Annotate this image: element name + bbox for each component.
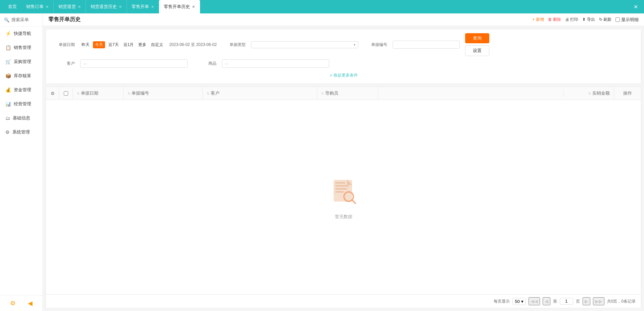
date-option-yesterday[interactable]: 昨天 [80, 41, 91, 48]
date-option-7days[interactable]: 近7天 [107, 41, 120, 48]
date-option-more[interactable]: 更多 [137, 41, 148, 48]
system-icon: ⚙ [5, 129, 10, 135]
sort-icon: ⇅ [207, 92, 209, 95]
base-info-icon: 🗂 [5, 115, 10, 121]
th-checkbox[interactable] [59, 88, 73, 99]
tab-close-icon[interactable]: ✕ [119, 5, 122, 9]
refresh-button[interactable]: ↻ 刷新 [599, 17, 611, 22]
tab-sales-return-history[interactable]: 销货退货历史 ✕ [86, 0, 127, 13]
table-area: ⚙ ⇅ 单据日期 ⇅ 单据编号 ⇅ 客户 ⇅ [46, 87, 641, 308]
customer-input[interactable]: ··· [80, 59, 188, 68]
tab-retail-open[interactable]: 零售开单 ✕ [127, 0, 159, 13]
svg-rect-3 [335, 188, 347, 190]
th-settings[interactable]: ⚙ [46, 88, 59, 99]
first-page-button[interactable]: ◀◀ [529, 297, 540, 305]
purchase-mgmt-icon: 🛒 [5, 59, 11, 64]
query-button[interactable]: 查询 [465, 33, 489, 43]
tab-sales-order[interactable]: 销售订单 ✕ [21, 0, 54, 13]
add-button[interactable]: + 新增 [532, 17, 544, 22]
delete-button[interactable]: 🗑 删除 [548, 17, 561, 22]
date-option-today[interactable]: 今天 [93, 41, 105, 48]
tab-close-icon[interactable]: ✕ [151, 5, 154, 9]
tab-close-icon[interactable]: ✕ [192, 5, 195, 9]
settings-bottom-icon[interactable]: ⚙ [10, 300, 15, 307]
goods-placeholder: ··· [225, 61, 229, 66]
tab-close-icon[interactable]: ✕ [78, 5, 81, 9]
export-button[interactable]: ⬆ 导出 [582, 17, 595, 22]
last-page-button[interactable]: ▶▶ [593, 297, 604, 305]
total-info: 共0页，0条记录 [607, 299, 636, 304]
tab-bar: 首页 销售订单 ✕ 销货退货 ✕ 销货退货历史 ✕ 零售开单 ✕ 零售开单历史 … [0, 0, 644, 13]
svg-rect-4 [335, 191, 344, 193]
bill-type-arrow-icon: ▾ [354, 43, 355, 47]
sidebar-search[interactable]: 🔍 搜索采单 [0, 13, 43, 27]
filter-area: 单据日期 昨天 今天 近7天 近1月 更多 自定义 2023-06-02 至 2… [46, 29, 641, 84]
show-detail-checkbox-label[interactable]: 显示明细 [615, 17, 639, 23]
sort-icon: ⇅ [588, 92, 591, 95]
th-middle [378, 90, 563, 97]
sidebar-item-base-info[interactable]: 🗂 基础信息 [0, 111, 43, 125]
svg-line-7 [352, 200, 355, 203]
inventory-icon: 📦 [5, 73, 11, 79]
print-button[interactable]: 🖨 打印 [565, 17, 578, 22]
tab-sales-return[interactable]: 销货退货 ✕ [54, 0, 86, 13]
content-area: 零售开单历史 + 新增 🗑 删除 🖨 打印 ⬆ 导出 ↻ 刷新 显示明细 单据日… [43, 13, 644, 311]
bill-type-label: 单据类型 [222, 42, 246, 48]
empty-state: 暂无数据 [46, 100, 641, 294]
customer-filter-label: 客户 [51, 61, 75, 66]
page-number-input[interactable] [560, 298, 573, 305]
pagination: 每页显示 50 ▾ ◀◀ ◀ 第 页 ▶ ▶▶ 共0页，0条记录 [46, 294, 641, 308]
page-suffix-label: 页 [576, 299, 580, 304]
per-page-label: 每页显示 [494, 299, 510, 304]
th-guide[interactable]: ⇅ 导购员 [317, 87, 379, 100]
bill-type-select[interactable]: ▾ [251, 41, 358, 48]
tab-home[interactable]: 首页 [3, 0, 21, 13]
show-detail-checkbox[interactable] [615, 17, 620, 22]
th-amount[interactable]: ⇅ 实销金额 [563, 87, 614, 100]
quick-nav-icon: ⚡ [5, 31, 11, 36]
th-ops: 操作 [614, 87, 641, 100]
th-date[interactable]: ⇅ 单据日期 [73, 87, 123, 100]
empty-text: 暂无数据 [335, 214, 352, 220]
sort-icon: ⇅ [77, 92, 80, 95]
th-customer[interactable]: ⇅ 客户 [203, 87, 317, 100]
th-bill-num[interactable]: ⇅ 单据编号 [123, 87, 203, 100]
date-option-custom[interactable]: 自定义 [150, 41, 164, 48]
tab-close-icon[interactable]: ✕ [46, 5, 49, 9]
bill-num-input[interactable] [393, 41, 460, 49]
page-title: 零售开单历史 [48, 16, 81, 23]
goods-input[interactable]: ··· [222, 59, 329, 68]
finance-icon: 💰 [5, 87, 11, 93]
select-all-checkbox[interactable] [64, 91, 68, 96]
date-options: 昨天 今天 近7天 近1月 更多 自定义 2023-06-02 至 2023-0… [80, 41, 217, 48]
sidebar-item-purchase-mgmt[interactable]: 🛒 采购管理 [0, 55, 43, 69]
window-close-button[interactable]: ✕ [631, 4, 641, 10]
bill-num-label: 单据编号 [364, 42, 387, 48]
filter-settings-button[interactable]: 设置 [465, 45, 489, 56]
date-range-display: 2023-06-02 至 2023-06-02 [169, 42, 216, 48]
next-page-button[interactable]: ▶ [583, 297, 590, 305]
customer-placeholder: ··· [83, 61, 87, 66]
table-header: ⚙ ⇅ 单据日期 ⇅ 单据编号 ⇅ 客户 ⇅ [46, 87, 641, 100]
goods-filter-label: 商品 [193, 61, 216, 66]
page-prefix-label: 第 [553, 299, 557, 304]
per-page-select[interactable]: 50 ▾ [512, 298, 526, 305]
svg-rect-1 [335, 182, 345, 184]
query-btn-group: 查询 设置 [465, 33, 489, 56]
sales-mgmt-icon: 📋 [5, 45, 11, 50]
sidebar-item-quick-nav[interactable]: ⚡ 快捷导航 [0, 27, 43, 41]
tab-retail-history[interactable]: 零售开单历史 ✕ [159, 0, 200, 13]
svg-rect-2 [335, 185, 349, 187]
filter-row-2: 客户 ··· 商品 ··· [51, 59, 636, 68]
sidebar-item-operations[interactable]: 📊 经营管理 [0, 97, 43, 111]
sidebar-item-system[interactable]: ⚙ 系统管理 [0, 125, 43, 139]
sidebar-item-finance[interactable]: 💰 资金管理 [0, 83, 43, 97]
sidebar-item-inventory[interactable]: 📦 库存核算 [0, 69, 43, 83]
prev-page-button[interactable]: ◀ [543, 297, 550, 305]
filter-collapse-row: ∧ 收起更多条件 [51, 71, 636, 80]
collapse-filter-button[interactable]: ∧ 收起更多条件 [328, 71, 359, 80]
sidebar-item-sales-mgmt[interactable]: 📋 销售管理 [0, 41, 43, 55]
sort-icon: ⇅ [128, 92, 130, 95]
date-option-1month[interactable]: 近1月 [122, 41, 135, 48]
collapse-sidebar-icon[interactable]: ◀ [28, 300, 33, 307]
